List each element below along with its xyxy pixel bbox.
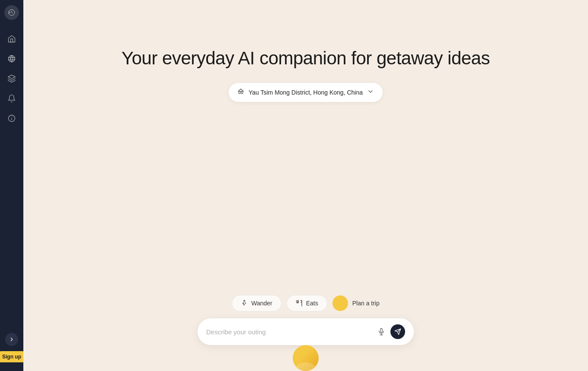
svg-point-6 [244, 300, 245, 301]
layers-icon [7, 74, 16, 83]
eats-label: Eats [306, 300, 318, 307]
plan-trip-dot [332, 295, 348, 311]
sidebar-item-layers[interactable] [3, 70, 20, 87]
send-button[interactable] [390, 324, 405, 339]
search-bar [198, 318, 414, 345]
mic-button[interactable] [377, 328, 385, 336]
expand-button[interactable] [5, 333, 18, 346]
content-area: Your everyday AI companion for getaway i… [23, 0, 588, 371]
location-selector[interactable]: Yau Tsim Mong District, Hong Kong, China [229, 83, 383, 102]
svg-point-0 [9, 56, 15, 62]
sidebar-item-notifications[interactable] [3, 90, 20, 107]
info-icon [7, 114, 16, 123]
utensils-icon [296, 300, 303, 307]
svg-rect-8 [380, 329, 383, 333]
wander-tab[interactable]: Wander [232, 295, 281, 311]
main-content: Your everyday AI companion for getaway i… [23, 0, 588, 371]
send-icon [394, 328, 401, 335]
search-input[interactable] [206, 328, 372, 336]
globe-icon [7, 54, 16, 63]
hero-title: Your everyday AI companion for getaway i… [121, 48, 490, 69]
sidebar-item-explore[interactable] [3, 50, 20, 67]
eats-tab[interactable]: Eats [287, 295, 327, 311]
sidebar-nav [3, 30, 20, 330]
plan-trip-tab[interactable]: Plan a trip [332, 295, 380, 311]
location-text: Yau Tsim Mong District, Hong Kong, China [249, 89, 363, 96]
signup-button[interactable]: Sign up [0, 351, 26, 362]
location-pin-icon [237, 88, 244, 97]
wander-label: Wander [251, 300, 272, 307]
globe-decoration [293, 345, 319, 371]
clock-refresh-icon [8, 9, 16, 16]
sidebar-bottom: Sign up [0, 333, 26, 366]
bell-icon [7, 94, 16, 103]
walk-icon [241, 300, 248, 307]
sidebar-item-home[interactable] [3, 30, 20, 48]
plan-trip-label: Plan a trip [352, 300, 380, 307]
chevron-down-icon [367, 88, 374, 97]
mode-tabs: Wander Eats Plan a trip [232, 295, 380, 311]
sidebar-item-info[interactable] [3, 110, 20, 127]
sidebar: Sign up [0, 0, 23, 371]
chevron-right-icon [9, 336, 15, 342]
home-icon [7, 35, 16, 43]
logo-button[interactable] [4, 5, 19, 20]
bottom-decoration [288, 345, 323, 371]
microphone-icon [377, 328, 385, 336]
